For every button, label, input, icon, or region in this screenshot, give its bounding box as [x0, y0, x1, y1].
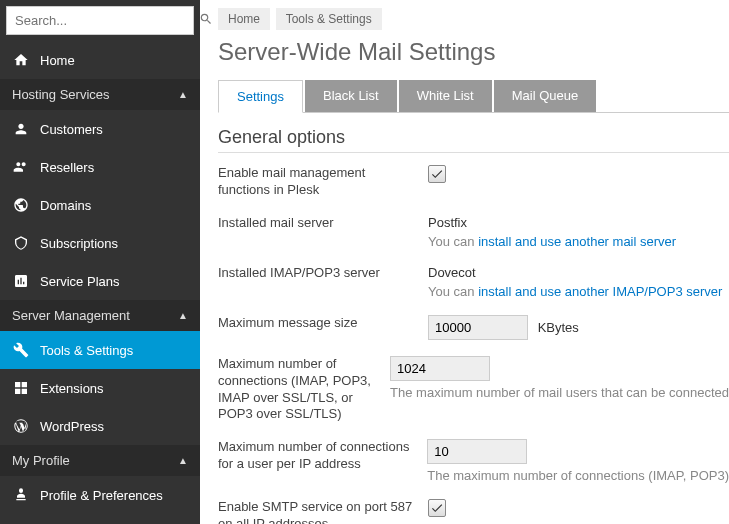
tab-mail-queue[interactable]: Mail Queue — [494, 80, 596, 112]
row-installed-imap-server: Installed IMAP/POP3 server Dovecot You c… — [218, 265, 729, 299]
search-input[interactable] — [7, 7, 191, 34]
section-server-management[interactable]: Server Management ▲ — [0, 300, 200, 331]
nav-tools-settings[interactable]: Tools & Settings — [0, 331, 200, 369]
form-label: Installed IMAP/POP3 server — [218, 265, 428, 282]
breadcrumb-item[interactable]: Home — [218, 8, 270, 30]
nav-label: Service Plans — [40, 274, 119, 289]
extensions-icon — [12, 379, 30, 397]
enable-mgmt-checkbox[interactable] — [428, 165, 446, 183]
max-msg-size-input[interactable] — [428, 315, 528, 340]
nav-profile-preferences[interactable]: Profile & Preferences — [0, 476, 200, 514]
nav-change-password[interactable]: Change Password — [0, 514, 200, 524]
nav-label: Domains — [40, 198, 91, 213]
help-text: You can install and use another mail ser… — [428, 234, 729, 249]
row-max-message-size: Maximum message size KBytes — [218, 315, 729, 340]
nav-wordpress[interactable]: WordPress — [0, 407, 200, 445]
nav-resellers[interactable]: Resellers — [0, 148, 200, 186]
nav-label: Tools & Settings — [40, 343, 133, 358]
install-mail-link[interactable]: install and use another mail server — [478, 234, 676, 249]
installed-mail-value: Postfix — [428, 215, 729, 230]
nav-label: Customers — [40, 122, 103, 137]
section-label: Server Management — [12, 308, 130, 323]
chevron-up-icon: ▲ — [178, 89, 188, 100]
help-text: You can install and use another IMAP/POP… — [428, 284, 729, 299]
section-label: Hosting Services — [12, 87, 110, 102]
help-text: The maximum number of connections (IMAP,… — [427, 468, 729, 483]
row-smtp-587: Enable SMTP service on port 587 on all I… — [218, 499, 729, 524]
tools-icon — [12, 341, 30, 359]
form-label: Installed mail server — [218, 215, 428, 232]
search-box — [6, 6, 194, 35]
tab-white-list[interactable]: White List — [399, 80, 492, 112]
chevron-up-icon: ▲ — [178, 310, 188, 321]
wordpress-icon — [12, 417, 30, 435]
row-installed-mail-server: Installed mail server Postfix You can in… — [218, 215, 729, 249]
nav-label: Profile & Preferences — [40, 488, 163, 503]
section-my-profile[interactable]: My Profile ▲ — [0, 445, 200, 476]
form-label: Enable SMTP service on port 587 on all I… — [218, 499, 428, 524]
profile-icon — [12, 486, 30, 504]
nav-label: Subscriptions — [40, 236, 118, 251]
section-hosting-services[interactable]: Hosting Services ▲ — [0, 79, 200, 110]
nav-label: Resellers — [40, 160, 94, 175]
nav-subscriptions[interactable]: Subscriptions — [0, 224, 200, 262]
breadcrumb-item[interactable]: Tools & Settings — [276, 8, 382, 30]
row-max-connections-ip: Maximum number of connections for a user… — [218, 439, 729, 483]
section-label: My Profile — [12, 453, 70, 468]
max-connections-ip-input[interactable] — [427, 439, 527, 464]
max-connections-input[interactable] — [390, 356, 490, 381]
customers-icon — [12, 120, 30, 138]
nav-label: Home — [40, 53, 75, 68]
breadcrumb: Home Tools & Settings — [218, 8, 729, 30]
resellers-icon — [12, 158, 30, 176]
nav-customers[interactable]: Customers — [0, 110, 200, 148]
unit-label: KBytes — [538, 320, 579, 335]
page-title: Server-Wide Mail Settings — [218, 38, 729, 66]
service-plans-icon — [12, 272, 30, 290]
subscriptions-icon — [12, 234, 30, 252]
domains-icon — [12, 196, 30, 214]
sidebar: Home Hosting Services ▲ Customers Resell… — [0, 0, 200, 524]
nav-home[interactable]: Home — [0, 41, 200, 79]
smtp-587-checkbox[interactable] — [428, 499, 446, 517]
install-imap-link[interactable]: install and use another IMAP/POP3 server — [478, 284, 722, 299]
tab-settings[interactable]: Settings — [218, 80, 303, 113]
installed-imap-value: Dovecot — [428, 265, 729, 280]
help-text: The maximum number of mail users that ca… — [390, 385, 729, 400]
nav-extensions[interactable]: Extensions — [0, 369, 200, 407]
row-max-connections: Maximum number of connections (IMAP, POP… — [218, 356, 729, 424]
tabs: Settings Black List White List Mail Queu… — [218, 80, 729, 113]
nav-service-plans[interactable]: Service Plans — [0, 262, 200, 300]
nav-label: Extensions — [40, 381, 104, 396]
form-label: Maximum number of connections for a user… — [218, 439, 427, 473]
tab-black-list[interactable]: Black List — [305, 80, 397, 112]
section-title: General options — [218, 127, 729, 153]
nav-domains[interactable]: Domains — [0, 186, 200, 224]
form-label: Enable mail management functions in Ples… — [218, 165, 428, 199]
content: Home Tools & Settings Server-Wide Mail S… — [200, 0, 729, 524]
home-icon — [12, 51, 30, 69]
chevron-up-icon: ▲ — [178, 455, 188, 466]
form-label: Maximum message size — [218, 315, 428, 332]
nav-label: WordPress — [40, 419, 104, 434]
form-label: Maximum number of connections (IMAP, POP… — [218, 356, 390, 424]
row-enable-mail-management: Enable mail management functions in Ples… — [218, 165, 729, 199]
